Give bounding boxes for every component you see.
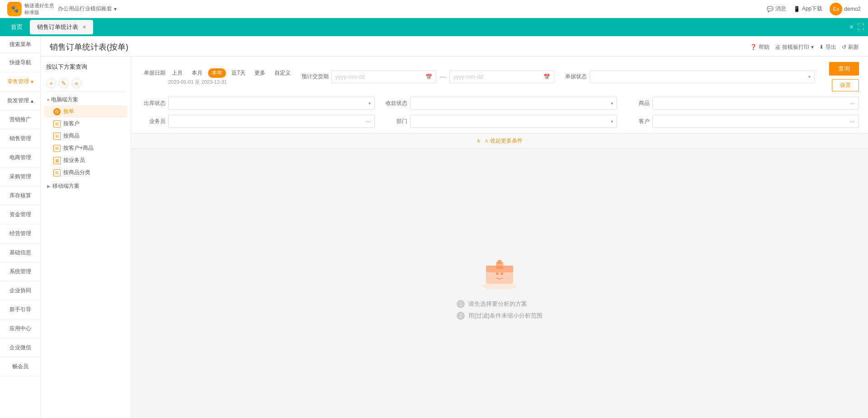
- scheme-item-by-order[interactable]: 按 按单: [44, 105, 127, 118]
- sidebar-item-inventory[interactable]: 库存核算: [0, 186, 40, 205]
- date-btn-this-month[interactable]: 本月: [188, 68, 206, 78]
- out-status-arrow-icon: ▾: [368, 101, 371, 106]
- message-button[interactable]: 💬 消息: [767, 5, 786, 13]
- scheme-panel-title: 按以下方案查询: [46, 63, 87, 71]
- query-button[interactable]: 查询: [829, 62, 859, 76]
- scheme-item-by-salesperson[interactable]: ▦ 按业务员: [44, 154, 127, 166]
- tab-minimize-button[interactable]: ×: [849, 23, 854, 31]
- sidebar-item-enterprise-wechat[interactable]: 企业微信: [0, 338, 40, 357]
- message-icon: 💬: [767, 6, 774, 12]
- product-more-icon[interactable]: ···: [849, 100, 855, 107]
- sidebar-item-finance[interactable]: 资金管理: [0, 205, 40, 224]
- filter-row-3: 业务员 ··· 部门 ▾: [140, 115, 859, 128]
- sidebar-item-quick-nav[interactable]: 快捷导航: [0, 53, 40, 72]
- sidebar-item-operations[interactable]: 经营管理: [0, 224, 40, 243]
- app-download-button[interactable]: 📱 App下载: [793, 5, 822, 13]
- tab-sales-order-stats[interactable]: 销售订单统计表 ×: [30, 20, 93, 34]
- receipt-status-select[interactable]: ▾: [410, 97, 617, 109]
- scheme-item-by-customer-product[interactable]: ⊞ 按客户+商品: [44, 142, 127, 154]
- sidebar-item-purchase[interactable]: 采购管理: [0, 167, 40, 186]
- expected-delivery-start-input[interactable]: yyyy-mm-dd 📅: [331, 71, 436, 83]
- expected-delivery-end-input[interactable]: yyyy-mm-dd 📅: [449, 71, 554, 83]
- refresh-icon: ↺: [842, 44, 846, 50]
- scheme-edit-button[interactable]: ✎: [59, 78, 69, 88]
- scheme-section-mobile-header[interactable]: ▶ 移动端方案: [44, 180, 127, 192]
- customer-more-icon[interactable]: ···: [849, 118, 855, 125]
- sidebar-item-marketing[interactable]: 营销推广: [0, 110, 40, 129]
- product-select[interactable]: ···: [652, 97, 859, 109]
- refresh-button[interactable]: ↺ 刷新: [842, 43, 859, 51]
- date-btn-more[interactable]: 更多: [251, 68, 269, 78]
- out-status-label: 出库状态: [140, 100, 165, 107]
- breadcrumb-area: 办公用品行业模拟账套 ▾: [58, 5, 117, 13]
- logo-area: 🐾 畅捷通好生意 标准版: [7, 2, 54, 16]
- bill-status-select[interactable]: ▾: [590, 71, 815, 83]
- date-btn-7days[interactable]: 近7天: [228, 68, 249, 78]
- sidebar-item-enterprise[interactable]: 企业协同: [0, 281, 40, 300]
- scheme-item-label-by-sales: 按业务员: [63, 157, 85, 164]
- department-select[interactable]: ▾: [410, 115, 617, 128]
- tab-maximize-button[interactable]: ⛶: [857, 23, 864, 31]
- scheme-add-button[interactable]: +: [46, 78, 56, 88]
- collapse-bar[interactable]: ∧ ∧ 收起更多条件: [131, 133, 868, 149]
- sidebar-item-new-guide[interactable]: 新手引导: [0, 300, 40, 319]
- tab-bar: 首页 销售订单统计表 × × ⛶: [0, 18, 868, 36]
- scheme-item-label-by-cat: 按商品分类: [63, 169, 90, 176]
- tip-num-1: 1: [457, 300, 465, 308]
- date-range-display: 2023-01-01 至 2023-12-31: [168, 79, 227, 86]
- dept-arrow-icon: ▾: [611, 119, 613, 124]
- date-separator: —: [438, 73, 448, 80]
- print-icon: 🖨: [775, 44, 780, 50]
- query-button-group: 查询 设置: [829, 62, 859, 91]
- breadcrumb-arrow-icon[interactable]: ▾: [114, 6, 117, 12]
- content-area: 销售订单统计表(按单) ❓ 帮助 🖨 按模板打印 ▾ ⬇ 导出 ↺ 刷新: [41, 36, 868, 418]
- section-label: 电脑端方案: [51, 96, 78, 104]
- export-button[interactable]: ⬇ 导出: [819, 43, 836, 51]
- out-status-select[interactable]: ▾: [168, 97, 375, 109]
- scheme-item-label-by-order: 按单: [63, 108, 74, 115]
- empty-tip-1-text: 请先选择要分析的方案: [468, 300, 527, 308]
- scheme-section-desktop-header[interactable]: ▾ 电脑端方案: [44, 94, 127, 105]
- receipt-status-arrow-icon: ▾: [611, 101, 613, 106]
- scheme-item-by-product[interactable]: ⊞ 按商品: [44, 130, 127, 142]
- calendar-end-icon: 📅: [543, 74, 550, 80]
- scheme-collapse-button[interactable]: «: [71, 78, 81, 88]
- sidebar-item-vip[interactable]: 畅会员: [0, 357, 40, 376]
- sidebar-item-ecommerce[interactable]: 电商管理: [0, 148, 40, 167]
- sidebar-item-sales-mgmt[interactable]: 销售管理: [0, 129, 40, 148]
- breadcrumb-text: 办公用品行业模拟账套: [58, 5, 112, 13]
- empty-tip-2-text: 用[过滤]条件来缩小分析范围: [468, 312, 542, 320]
- logo-icon: 🐾: [7, 2, 22, 16]
- scheme-item-label-by-product: 按商品: [63, 132, 80, 140]
- customer-select[interactable]: ···: [652, 115, 859, 128]
- setting-button[interactable]: 设置: [832, 79, 859, 91]
- mobile-section-label: 移动端方案: [52, 182, 80, 190]
- filter-expected-delivery: 预计交货期 yyyy-mm-dd 📅 — yyyy-mm-dd 📅: [302, 71, 555, 83]
- salesperson-select[interactable]: ···: [168, 115, 375, 128]
- filter-department: 部门 ▾: [382, 115, 617, 128]
- sidebar-item-wholesale[interactable]: 批发管理 ▴: [0, 91, 40, 110]
- tab-home[interactable]: 首页: [4, 20, 30, 34]
- scheme-item-by-category[interactable]: ⊞ 按商品分类: [44, 166, 127, 179]
- date-btn-custom[interactable]: 自定义: [271, 68, 294, 78]
- empty-illustration: [472, 247, 527, 293]
- sidebar-item-basic-info[interactable]: 基础信息: [0, 243, 40, 262]
- scheme-toolbar: + ✎ «: [44, 76, 127, 91]
- svg-point-5: [496, 272, 499, 275]
- sidebar-item-app-center[interactable]: 应用中心: [0, 319, 40, 338]
- sidebar-item-retail[interactable]: 零售管理 ▾: [0, 72, 40, 91]
- date-btn-last-month[interactable]: 上月: [168, 68, 186, 78]
- section-arrow-icon: ▾: [47, 97, 49, 102]
- salesperson-more-icon[interactable]: ···: [366, 118, 371, 125]
- scheme-item-label-by-customer: 按客户: [63, 120, 80, 128]
- sidebar-item-system[interactable]: 系统管理: [0, 262, 40, 281]
- user-profile-button[interactable]: Ea demo2: [830, 3, 861, 15]
- date-btn-this-year[interactable]: 本年: [208, 68, 226, 78]
- help-button[interactable]: ❓ 帮助: [750, 43, 769, 51]
- scheme-item-by-customer[interactable]: ⊞ 按客户: [44, 118, 127, 130]
- filter-salesperson: 业务员 ···: [140, 115, 375, 128]
- tab-close-icon[interactable]: ×: [83, 24, 86, 30]
- template-print-button[interactable]: 🖨 按模板打印 ▾: [775, 43, 814, 51]
- sidebar-search-menu[interactable]: 搜索菜单: [0, 36, 40, 53]
- tab-bar-actions: × ⛶: [849, 23, 864, 31]
